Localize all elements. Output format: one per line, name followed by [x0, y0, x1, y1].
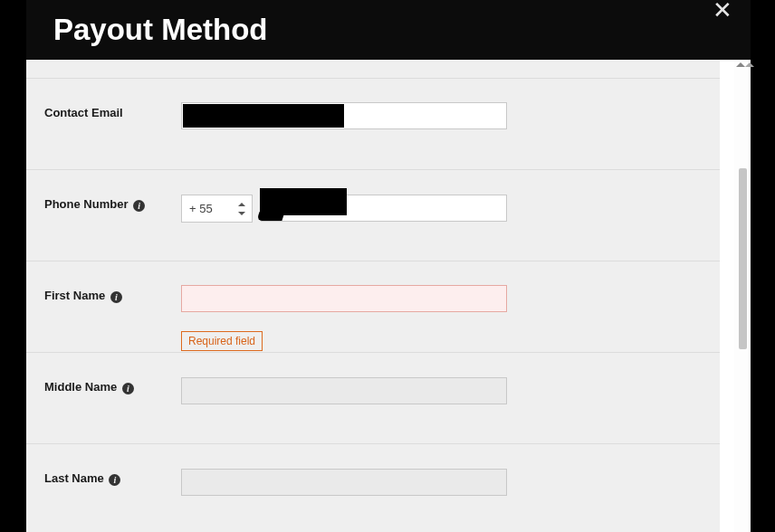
label-phone-number: Phone Number i: [44, 197, 145, 212]
row-middle-name: Middle Name i: [26, 353, 720, 444]
payout-method-modal: Payout Method ✕ Contact Email Phone Numb…: [26, 0, 751, 532]
chevron-updown-icon: [238, 203, 245, 215]
label-contact-email: Contact Email: [44, 106, 123, 119]
modal-body: Contact Email Phone Number i + 55: [26, 60, 751, 532]
redacted-block: [183, 104, 344, 128]
scrollbar-thumb[interactable]: [739, 168, 747, 349]
form-area: Contact Email Phone Number i + 55: [26, 60, 720, 532]
error-required-field: Required field: [181, 331, 263, 351]
info-icon[interactable]: i: [122, 383, 134, 394]
info-icon[interactable]: i: [109, 474, 120, 486]
modal-title: Payout Method: [53, 13, 268, 47]
middle-name-input[interactable]: [181, 377, 507, 404]
row-first-name: First Name i Required field: [26, 261, 720, 353]
label-text: Middle Name: [44, 380, 117, 394]
redacted-block: [260, 188, 347, 215]
row-last-name: Last Name i: [26, 444, 720, 532]
label-text: Phone Number: [44, 197, 128, 211]
modal-header: Payout Method ✕: [26, 0, 751, 60]
scrollbar-gutter: [734, 60, 751, 532]
country-code-select[interactable]: + 55: [181, 195, 253, 223]
row-contact-email: Contact Email: [26, 79, 720, 170]
scroll-arrow-icon[interactable]: [745, 62, 754, 67]
first-name-input[interactable]: [181, 285, 507, 312]
country-code-value: + 55: [189, 202, 213, 215]
last-name-input[interactable]: [181, 469, 507, 496]
label-text: Last Name: [44, 471, 104, 485]
label-first-name: First Name i: [44, 289, 122, 303]
scroll-arrow-icon[interactable]: [736, 62, 745, 67]
label-text: Contact Email: [44, 106, 123, 119]
label-text: First Name: [44, 289, 105, 302]
info-icon[interactable]: i: [110, 291, 122, 303]
close-icon[interactable]: ✕: [709, 0, 736, 25]
info-icon[interactable]: i: [133, 200, 145, 212]
label-middle-name: Middle Name i: [44, 380, 134, 394]
label-last-name: Last Name i: [44, 471, 120, 486]
row-phone-number: Phone Number i + 55: [26, 170, 720, 261]
